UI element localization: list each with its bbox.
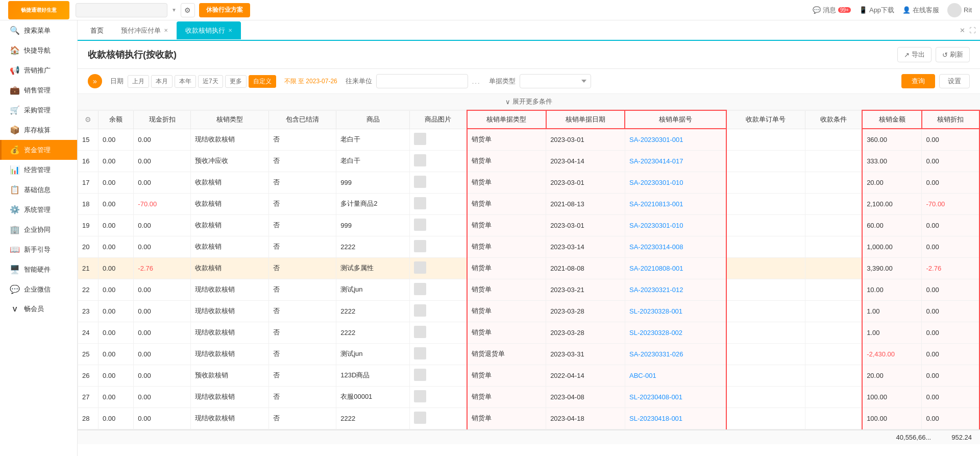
cell-receipt-condition [805,193,862,214]
sidebar-item-purchase[interactable]: 🛒 采购管理 [0,100,77,120]
cell-cancel-type: 现结收款核销 [190,300,268,322]
cell-cancel-bill-date: 2023-03-01 [546,172,625,193]
tab-home-label: 首页 [90,26,104,35]
cell-cancel-type: 预收冲应收 [190,150,268,172]
cell-cancel-amount: 333.00 [862,150,922,172]
smart-hw-icon: 🖥️ [10,265,20,274]
col-config: ⚙ [78,110,99,129]
sidebar-item-marketing[interactable]: 📢 营销推广 [0,60,77,80]
col-cancel-bill-no: 核销单据号 [625,110,726,129]
online-service-label: 在线客服 [913,6,939,15]
table-row: 180.00-70.00收款核销否多计量商品2销货单2021-08-13SA-2… [78,193,980,214]
date-btn-custom[interactable]: 自定义 [249,75,276,88]
cell-cash-discount: 0.00 [134,386,190,407]
tab-close-icon[interactable]: ✕ [960,27,965,34]
filter-expand-toggle[interactable]: » [88,74,102,88]
gear-button[interactable]: ⚙ [181,3,195,17]
cell-receipt-order-no [726,129,805,150]
cell-cancel-bill-date: 2021-08-08 [546,257,625,279]
cell-cash-discount: 0.00 [134,129,190,150]
cell-row-num: 23 [78,300,99,322]
cell-cancel-bill-no[interactable]: SL-20230418-001 [625,407,726,429]
sidebar-item-base-info[interactable]: 📋 基础信息 [0,180,77,200]
date-btn-this-month[interactable]: 本月 [151,75,173,88]
date-btn-last-month[interactable]: 上月 [128,75,149,88]
cell-cancel-type: 收款核销 [190,214,268,236]
cell-cancel-bill-no[interactable]: SA-20230301-010 [625,214,726,236]
cell-receipt-order-no [726,343,805,365]
tab-home[interactable]: 首页 [82,21,112,39]
cell-cancel-bill-no[interactable]: SL-20230328-002 [625,322,726,343]
expand-down-icon: ∨ [505,98,510,106]
sidebar-item-label: 企业微信 [24,285,51,294]
receipt-type-select[interactable] [520,74,591,88]
col-config-icon[interactable]: ⚙ [85,115,91,124]
sidebar-item-search-menu[interactable]: 🔍 搜索菜单 [0,20,77,40]
tab-prepay-close[interactable]: ✕ [164,28,168,33]
cell-cancel-bill-no[interactable]: SA-20230321-012 [625,279,726,300]
query-button[interactable]: 查询 [901,74,935,88]
cell-cancel-type: 收款核销 [190,193,268,214]
industry-button[interactable]: 休验行业方案 [199,3,250,17]
settings-button[interactable]: 设置 [939,74,970,88]
col-cancel-bill-type: 核销单据类型 [467,110,546,129]
sidebar-item-vip[interactable]: V 畅会员 [0,299,77,319]
cell-cancel-bill-no[interactable]: SA-20210808-001 [625,257,726,279]
cell-row-num: 19 [78,214,99,236]
export-button[interactable]: ↗ 导出 [897,47,932,62]
sidebar-item-quick-nav[interactable]: 🏠 快捷导航 [0,40,77,60]
cell-receipt-order-no [726,365,805,386]
col-cancel-discount: 核销折扣 [922,110,979,129]
date-btn-more[interactable]: 更多 [225,75,247,88]
sidebar-item-sales[interactable]: 💼 销售管理 [0,80,77,100]
message-icon-item[interactable]: 💬 消息 99+ [813,6,851,15]
tab-prepay[interactable]: 预付冲应付单 ✕ [112,21,177,39]
sidebar-item-enterprise-wechat[interactable]: 💬 企业微信 [0,279,77,299]
cell-cash-discount: 0.00 [134,150,190,172]
cell-cancel-bill-no[interactable]: SA-20230414-017 [625,150,726,172]
from-unit-label: 往来单位 [346,77,372,86]
cell-goods-img [410,150,467,172]
date-btn-this-year[interactable]: 本年 [175,75,196,88]
sidebar-item-smart-hw[interactable]: 🖥️ 智能硬件 [0,259,77,279]
table-container: ⚙ 余额 现金折扣 核销类型 包含已结清 商品 商品图片 核销单据类型 核销单据… [78,110,980,456]
tab-expand-icon[interactable]: ⛶ [969,27,976,34]
refresh-button[interactable]: ↺ 刷新 [936,47,970,62]
online-service-item[interactable]: 👤 在线客服 [902,6,939,15]
cell-goods-img [410,193,467,214]
sidebar-item-label: 畅会员 [24,304,44,314]
from-unit-input[interactable] [376,74,468,88]
sidebar-item-sys-mgmt[interactable]: ⚙️ 系统管理 [0,200,77,220]
cell-cancel-bill-no[interactable]: SL-20230408-001 [625,386,726,407]
cell-cancel-bill-no[interactable]: SA-20230301-010 [625,172,726,193]
cell-cancel-bill-no[interactable]: SA-20230314-008 [625,236,726,257]
app-logo: 畅捷通谱好生意 [8,1,69,19]
cell-cancel-bill-no[interactable]: SA-20230301-001 [625,129,726,150]
cell-cancel-bill-no[interactable]: ABC-001 [625,365,726,386]
cell-cash-discount: -2.76 [134,257,190,279]
tab-receipt-cancel[interactable]: 收款核销执行 ✕ [177,21,241,39]
cell-cancel-bill-no[interactable]: SA-20230331-026 [625,343,726,365]
cell-cash-discount: -70.00 [134,193,190,214]
cell-balance: 0.00 [99,172,134,193]
tab-receipt-cancel-close[interactable]: ✕ [228,28,232,33]
sidebar-item-newbie[interactable]: 📖 新手引导 [0,239,77,259]
user-info[interactable]: Rit [947,3,972,17]
cell-cancel-amount: 100.00 [862,386,922,407]
sidebar-item-capital[interactable]: 💰 资金管理 [0,140,77,160]
cell-cancel-bill-no[interactable]: SL-20230328-001 [625,300,726,322]
cell-receipt-condition [805,386,862,407]
sidebar-item-biz[interactable]: 📊 经营管理 [0,160,77,180]
app-download-item[interactable]: 📱 App下载 [859,6,894,15]
cell-include-settled: 否 [268,150,336,172]
cell-balance: 0.00 [99,365,134,386]
cell-balance: 0.00 [99,407,134,429]
sidebar-item-inventory[interactable]: 📦 库存核算 [0,120,77,140]
date-btn-7days[interactable]: 近7天 [198,75,223,88]
sidebar-item-enterprise[interactable]: 🏢 企业协同 [0,220,77,239]
expand-more-button[interactable]: ∨ 展开更多条件 [505,97,552,106]
cell-cancel-bill-no[interactable]: SA-20210813-001 [625,193,726,214]
cell-balance: 0.00 [99,343,134,365]
tab-bar-right: ✕ ⛶ [960,27,976,34]
search-bar-placeholder[interactable] [76,3,167,17]
